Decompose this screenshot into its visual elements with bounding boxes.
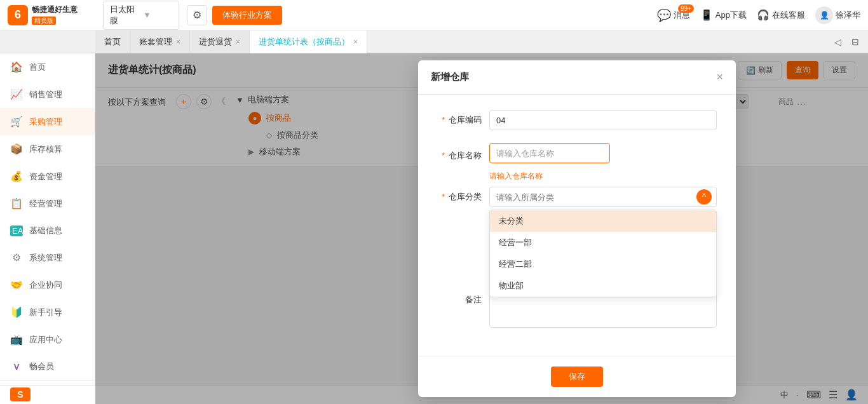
modal-title: 新增仓库: [431, 71, 469, 83]
warehouse-category-label: * 仓库分类: [437, 187, 482, 203]
warehouse-category-input[interactable]: [489, 187, 717, 207]
remark-label: 备注: [437, 290, 482, 306]
sidebar: 🏠 首页 📈 销售管理 🛒 采购管理 📦 库存核算 💰 资金管理 📋 经营管理 …: [0, 53, 95, 404]
warehouse-name-input[interactable]: [489, 143, 610, 163]
sidebar-item-finance[interactable]: 💰 资金管理: [0, 163, 95, 190]
warehouse-category-row: * 仓库分类 ^ 未分类 经营一部 经营二部 物业部: [437, 187, 717, 207]
sidebar-item-home[interactable]: 🏠 首页: [0, 53, 95, 81]
message-item[interactable]: 💬 消息 99+: [657, 8, 690, 22]
tab-close-account[interactable]: ×: [176, 37, 180, 46]
category-option-dept2[interactable]: 经营二部: [490, 253, 716, 275]
tab-purchase-stats[interactable]: 进货单统计表（按商品） ×: [250, 30, 367, 53]
message-badge: 99+: [678, 4, 694, 13]
warehouse-code-input[interactable]: [489, 110, 717, 130]
app-center-icon: 📺: [10, 333, 23, 346]
sales-icon: 📈: [10, 88, 23, 100]
sidebar-item-guide[interactable]: 🔰 新手引导: [0, 299, 95, 326]
system-icon: ⚙: [10, 252, 23, 264]
new-warehouse-modal: 新增仓库 × * 仓库编码 * 仓库名称: [418, 60, 736, 397]
tab-controls: ◁ ⊟: [831, 36, 868, 48]
category-option-dept1[interactable]: 经营一部: [490, 232, 716, 253]
top-center: ⚙ 体验行业方案: [179, 5, 657, 25]
top-right-area: 💬 消息 99+ 📱 App下载 🎧 在线客服 👤 徐泽华: [657, 6, 860, 24]
sidebar-item-sales[interactable]: 📈 销售管理: [0, 81, 95, 108]
store-selector[interactable]: 日太阳膜 ▼: [103, 1, 179, 30]
tab-nav-left[interactable]: ◁: [831, 36, 845, 48]
enterprise-icon: 🤝: [10, 279, 23, 291]
purchase-icon: 🛒: [10, 116, 23, 128]
sidebar-item-operations[interactable]: 📋 经营管理: [0, 190, 95, 217]
sidebar-item-member[interactable]: V 畅会员: [0, 353, 95, 380]
guide-icon: 🔰: [10, 306, 23, 318]
trial-button[interactable]: 体验行业方案: [212, 6, 282, 25]
s-logo: S: [10, 387, 31, 401]
warehouse-name-row: * 仓库名称 请输入仓库名称: [437, 143, 717, 182]
sidebar-item-enterprise[interactable]: 🤝 企业协同: [0, 271, 95, 299]
category-option-property[interactable]: 物业部: [490, 275, 716, 297]
warehouse-name-error: 请输入仓库名称: [489, 172, 543, 180]
app-download-item[interactable]: 📱 App下载: [700, 9, 747, 21]
online-service-item[interactable]: 🎧 在线客服: [757, 9, 805, 21]
tab-purchase-return[interactable]: 进货退货 ×: [190, 30, 250, 53]
store-name: 日太阳膜: [110, 4, 139, 27]
logo-icon: 6: [8, 5, 28, 25]
modal-close-btn[interactable]: ×: [716, 71, 723, 84]
store-dropdown-arrow: ▼: [143, 10, 172, 20]
finance-icon: 💰: [10, 170, 23, 182]
settings-icon-btn[interactable]: ⚙: [187, 5, 207, 25]
member-icon: V: [10, 362, 23, 372]
tab-nav-right[interactable]: ⊟: [848, 36, 863, 48]
inventory-icon: 📦: [10, 143, 23, 155]
warehouse-name-label: * 仓库名称: [437, 145, 482, 161]
logo-badge: 精员版: [32, 17, 56, 25]
tab-home[interactable]: 首页: [95, 30, 130, 53]
category-dropdown-menu: 未分类 经营一部 经营二部 物业部: [489, 210, 717, 297]
save-button[interactable]: 保存: [551, 367, 603, 387]
category-option-unclassified[interactable]: 未分类: [490, 210, 716, 232]
sidebar-item-basic-info[interactable]: EA 基础信息: [0, 217, 95, 244]
dropdown-toggle-btn[interactable]: ^: [696, 189, 712, 205]
warehouse-code-label: * 仓库编码: [437, 110, 482, 126]
user-avatar: 👤: [815, 6, 833, 24]
operations-icon: 📋: [10, 198, 23, 210]
sidebar-item-inventory[interactable]: 📦 库存核算: [0, 135, 95, 163]
bottom-left: S: [0, 385, 41, 404]
basic-info-icon: EA: [10, 226, 23, 236]
app-download-label: App下载: [715, 10, 747, 21]
tab-bar: 首页 账套管理 × 进货退货 × 进货单统计表（按商品） × ◁ ⊟: [0, 30, 868, 53]
logo-text: 畅捷通好生意 精员版: [32, 4, 78, 25]
modal-footer: 保存: [418, 356, 736, 397]
sidebar-item-purchase[interactable]: 🛒 采购管理: [0, 108, 95, 135]
tab-close-purchase-return[interactable]: ×: [236, 37, 240, 46]
tab-account-management[interactable]: 账套管理 ×: [130, 30, 190, 53]
modal-body: * 仓库编码 * 仓库名称 请输入仓库名称: [418, 95, 736, 356]
online-service-label: 在线客服: [772, 10, 805, 21]
modal-header: 新增仓库 ×: [418, 60, 736, 95]
warehouse-category-dropdown: ^ 未分类 经营一部 经营二部 物业部: [489, 187, 717, 207]
home-icon: 🏠: [10, 61, 23, 73]
user-profile-item[interactable]: 👤 徐泽华: [815, 6, 860, 24]
sidebar-item-app-center[interactable]: 📺 应用中心: [0, 326, 95, 353]
tab-close-stats[interactable]: ×: [353, 37, 358, 46]
top-navbar: 6 畅捷通好生意 精员版 日太阳膜 ▼ ⚙ 体验行业方案 💬 消息 99+ 📱 …: [0, 0, 868, 30]
logo-area: 6 畅捷通好生意 精员版: [8, 4, 103, 25]
sidebar-item-system[interactable]: ⚙ 系统管理: [0, 244, 95, 271]
main-layout: 🏠 首页 📈 销售管理 🛒 采购管理 📦 库存核算 💰 资金管理 📋 经营管理 …: [0, 53, 868, 404]
page-content: 进货单统计(按商品) 🖨 按模板打印 ▼ 📤 导出 🔄 刷新 查询: [95, 53, 868, 404]
warehouse-code-row: * 仓库编码: [437, 110, 717, 130]
username-label: 徐泽华: [836, 10, 860, 21]
